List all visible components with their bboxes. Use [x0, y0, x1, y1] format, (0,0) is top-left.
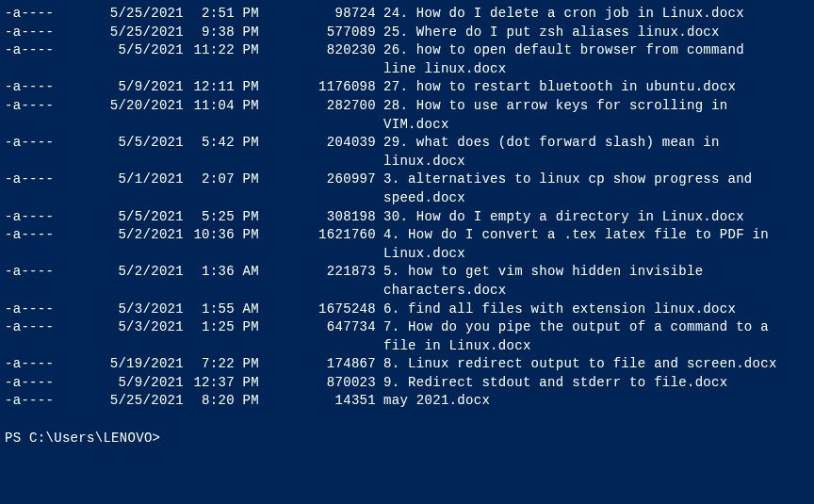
file-name-continuation: file in Linux.docx — [5, 337, 531, 356]
file-time: 5:42 PM — [184, 134, 259, 153]
file-row: -a----5/3/20211:25 PM6477347. How do you… — [5, 318, 809, 337]
file-row: -a----5/25/20218:20 PM14351may 2021.docx — [5, 392, 809, 411]
file-row: -a----5/2/202110:36 PM16217604. How do I… — [5, 226, 809, 245]
file-name-continuation: line linux.docx — [5, 60, 507, 79]
file-name: 9. Redirect stdout and stderr to file.do… — [382, 374, 809, 393]
file-size: 282700 — [259, 97, 382, 116]
file-listing: -a----5/25/20212:51 PM9872424. How do I … — [5, 5, 809, 411]
file-name-continuation: characters.docx — [5, 282, 507, 301]
file-row: -a----5/19/20217:22 PM1748678. Linux red… — [5, 355, 809, 374]
file-row: -a----5/5/202111:22 PM82023026. how to o… — [5, 41, 809, 60]
file-row-continuation: characters.docx — [5, 282, 809, 301]
file-mode: -a---- — [5, 5, 99, 24]
file-name: 30. How do I empty a directory in Linux.… — [382, 208, 809, 227]
file-size: 1176098 — [259, 78, 382, 97]
file-time: 2:07 PM — [184, 171, 259, 189]
file-name: 3. alternatives to linux cp show progres… — [382, 171, 809, 189]
file-name: 8. Linux redirect output to file and scr… — [382, 355, 809, 374]
file-date: 5/9/2021 — [99, 78, 184, 97]
file-name: 26. how to open default browser from com… — [382, 41, 809, 60]
prompt-line[interactable]: PS C:\Users\LENOVO> — [5, 430, 809, 448]
file-row: -a----5/3/20211:55 AM16752486. find all … — [5, 301, 809, 319]
file-mode: -a---- — [5, 78, 99, 97]
file-time: 12:37 PM — [184, 374, 259, 393]
file-name-continuation: Linux.docx — [5, 245, 465, 264]
file-mode: -a---- — [5, 355, 99, 374]
file-mode: -a---- — [5, 97, 99, 116]
file-row: -a----5/1/20212:07 PM2609973. alternativ… — [5, 171, 809, 189]
file-row-continuation: linux.docx — [5, 153, 809, 171]
file-time: 11:22 PM — [184, 41, 259, 60]
file-mode: -a---- — [5, 392, 99, 411]
file-name: 24. How do I delete a cron job in Linux.… — [382, 5, 809, 24]
file-size: 98724 — [259, 5, 382, 24]
file-size: 1621760 — [259, 226, 382, 245]
file-name: 29. what does (dot forward slash) mean i… — [382, 134, 809, 153]
file-date: 5/5/2021 — [99, 41, 184, 60]
file-row-continuation: file in Linux.docx — [5, 337, 809, 356]
file-row: -a----5/9/202112:11 PM117609827. how to … — [5, 78, 809, 97]
file-row-continuation: line linux.docx — [5, 60, 809, 79]
file-date: 5/5/2021 — [99, 134, 184, 153]
file-date: 5/19/2021 — [99, 355, 184, 374]
file-size: 647734 — [259, 318, 382, 337]
file-time: 11:04 PM — [184, 97, 259, 116]
file-date: 5/5/2021 — [99, 208, 184, 227]
file-date: 5/2/2021 — [99, 226, 184, 245]
file-time: 1:55 AM — [184, 301, 259, 319]
file-date: 5/2/2021 — [99, 263, 184, 282]
file-time: 5:25 PM — [184, 208, 259, 227]
file-name: 4. How do I convert a .tex latex file to… — [382, 226, 809, 245]
file-date: 5/25/2021 — [99, 5, 184, 24]
file-mode: -a---- — [5, 41, 99, 60]
file-mode: -a---- — [5, 301, 99, 319]
cursor-icon — [162, 432, 170, 446]
file-name: 27. how to restart bluetooth in ubuntu.d… — [382, 78, 809, 97]
file-time: 12:11 PM — [184, 78, 259, 97]
file-row: -a----5/20/202111:04 PM28270028. How to … — [5, 97, 809, 116]
file-name: 5. how to get vim show hidden invisible — [382, 263, 809, 282]
file-time: 9:38 PM — [184, 24, 259, 42]
file-date: 5/25/2021 — [99, 392, 184, 411]
file-size: 174867 — [259, 355, 382, 374]
file-name: may 2021.docx — [382, 392, 809, 411]
file-row-continuation: VIM.docx — [5, 116, 809, 135]
file-time: 1:25 PM — [184, 318, 259, 337]
file-size: 577089 — [259, 24, 382, 42]
file-row: -a----5/2/20211:36 AM2218735. how to get… — [5, 263, 809, 282]
file-time: 10:36 PM — [184, 226, 259, 245]
file-size: 870023 — [259, 374, 382, 393]
file-mode: -a---- — [5, 24, 99, 42]
file-size: 204039 — [259, 134, 382, 153]
file-mode: -a---- — [5, 318, 99, 337]
file-size: 260997 — [259, 171, 382, 189]
file-mode: -a---- — [5, 171, 99, 189]
file-date: 5/9/2021 — [99, 374, 184, 393]
file-time: 1:36 AM — [184, 263, 259, 282]
file-size: 1675248 — [259, 301, 382, 319]
file-row-continuation: Linux.docx — [5, 245, 809, 264]
file-name: 25. Where do I put zsh aliases linux.doc… — [382, 24, 809, 42]
file-mode: -a---- — [5, 263, 99, 282]
file-name-continuation: VIM.docx — [5, 116, 449, 135]
file-name: 6. find all files with extension linux.d… — [382, 301, 809, 319]
file-date: 5/3/2021 — [99, 301, 184, 319]
file-row: -a----5/25/20219:38 PM57708925. Where do… — [5, 24, 809, 42]
file-size: 820230 — [259, 41, 382, 60]
file-name-continuation: speed.docx — [5, 189, 465, 208]
file-time: 7:22 PM — [184, 355, 259, 374]
file-row: -a----5/25/20212:51 PM9872424. How do I … — [5, 5, 809, 24]
file-row: -a----5/5/20215:25 PM30819830. How do I … — [5, 208, 809, 227]
file-name: 7. How do you pipe the output of a comma… — [382, 318, 809, 337]
file-name: 28. How to use arrow keys for scrolling … — [382, 97, 809, 116]
file-size: 308198 — [259, 208, 382, 227]
file-mode: -a---- — [5, 134, 99, 153]
file-date: 5/25/2021 — [99, 24, 184, 42]
file-row: -a----5/5/20215:42 PM20403929. what does… — [5, 134, 809, 153]
file-date: 5/1/2021 — [99, 171, 184, 189]
file-date: 5/3/2021 — [99, 318, 184, 337]
file-mode: -a---- — [5, 374, 99, 393]
file-size: 14351 — [259, 392, 382, 411]
file-name-continuation: linux.docx — [5, 153, 465, 171]
file-mode: -a---- — [5, 226, 99, 245]
